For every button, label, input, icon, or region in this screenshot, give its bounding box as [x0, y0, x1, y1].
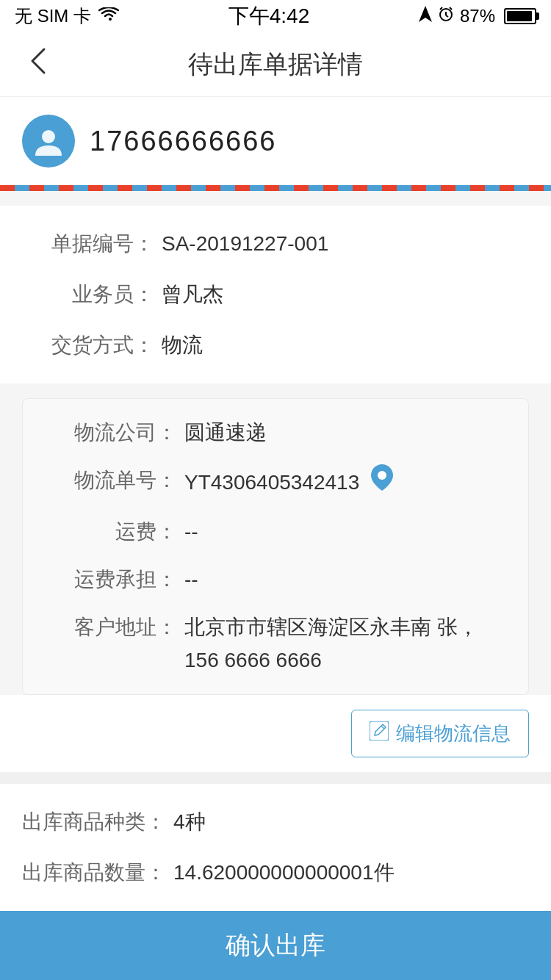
edit-logistics-button[interactable]: 编辑物流信息	[351, 710, 529, 757]
address-label: 客户地址：	[45, 611, 177, 644]
address-value: 北京市市辖区海淀区永丰南 张，156 6666 6666	[177, 611, 506, 677]
edit-icon	[370, 721, 389, 746]
freight-value: --	[177, 516, 506, 549]
order-info-section: 单据编号： SA-20191227-001 业务员： 曾凡杰 交货方式： 物流	[0, 206, 551, 383]
svg-marker-0	[419, 6, 432, 22]
tracking-no-value: YT4306405342413	[177, 464, 506, 501]
delivery-method-row: 交货方式： 物流	[22, 329, 529, 362]
page-title: 待出库单据详情	[188, 48, 363, 82]
delivery-method-label: 交货方式：	[22, 329, 154, 362]
freight-bear-label: 运费承担：	[45, 563, 177, 597]
bottom-btn-container: 确认出库	[0, 911, 551, 980]
product-quantity-value: 14.620000000000001件	[166, 857, 529, 890]
svg-line-5	[450, 7, 452, 10]
address-row: 客户地址： 北京市市辖区海淀区永丰南 张，156 6666 6666	[45, 611, 506, 677]
battery-percentage: 87%	[460, 6, 495, 26]
sales-person-label: 业务员：	[22, 278, 154, 311]
logistics-company-row: 物流公司： 圆通速递	[45, 417, 506, 450]
tracking-no-row: 物流单号： YT4306405342413	[45, 464, 506, 501]
logistics-company-label: 物流公司：	[45, 417, 177, 450]
svg-line-4	[440, 7, 442, 10]
back-button[interactable]	[22, 39, 54, 90]
logistics-company-value: 圆通速递	[177, 417, 506, 450]
location-status-icon	[419, 6, 432, 26]
section-divider	[0, 772, 551, 784]
freight-bear-value: --	[177, 563, 506, 597]
status-time: 下午4:42	[228, 2, 310, 30]
product-type-label: 出库商品种类：	[22, 806, 166, 839]
edit-logistics-label: 编辑物流信息	[396, 721, 511, 746]
dashed-separator	[0, 185, 551, 191]
product-quantity-row: 出库商品数量： 14.620000000000001件	[22, 857, 529, 890]
user-header: 17666666666	[0, 97, 551, 185]
svg-point-6	[42, 130, 55, 143]
product-quantity-label: 出库商品数量：	[22, 857, 166, 890]
freight-label: 运费：	[45, 516, 177, 549]
order-no-label: 单据编号：	[22, 228, 154, 261]
svg-line-9	[381, 726, 384, 729]
status-left: 无 SIM 卡	[15, 4, 119, 28]
product-info-section: 出库商品种类： 4种 出库商品数量： 14.620000000000001件	[0, 784, 551, 912]
svg-line-3	[446, 15, 448, 17]
delivery-method-value: 物流	[154, 329, 529, 362]
freight-row: 运费： --	[45, 516, 506, 549]
svg-rect-8	[370, 721, 389, 741]
order-no-row: 单据编号： SA-20191227-001	[22, 228, 529, 261]
alarm-icon	[438, 6, 454, 26]
carrier-text: 无 SIM 卡	[15, 4, 91, 28]
product-type-value: 4种	[166, 806, 529, 839]
order-no-value: SA-20191227-001	[154, 228, 529, 261]
tracking-location-icon[interactable]	[371, 464, 393, 501]
status-bar: 无 SIM 卡 下午4:42	[0, 0, 551, 32]
confirm-outbound-button[interactable]: 确认出库	[0, 929, 551, 962]
svg-point-7	[378, 471, 386, 480]
tracking-no-label: 物流单号：	[45, 464, 177, 497]
product-type-row: 出库商品种类： 4种	[22, 806, 529, 839]
sales-person-row: 业务员： 曾凡杰	[22, 278, 529, 311]
wifi-icon	[98, 6, 119, 26]
freight-bear-row: 运费承担： --	[45, 563, 506, 597]
user-phone: 17666666666	[90, 126, 276, 157]
edit-btn-row: 编辑物流信息	[0, 695, 551, 772]
nav-bar: 待出库单据详情	[0, 32, 551, 97]
logistics-card: 物流公司： 圆通速递 物流单号： YT4306405342413 运费： -- …	[22, 398, 529, 695]
status-right: 87%	[419, 6, 536, 26]
sales-person-value: 曾凡杰	[154, 278, 529, 311]
page-wrapper: 无 SIM 卡 下午4:42	[0, 0, 551, 980]
avatar	[22, 115, 75, 167]
battery-icon	[504, 8, 536, 24]
